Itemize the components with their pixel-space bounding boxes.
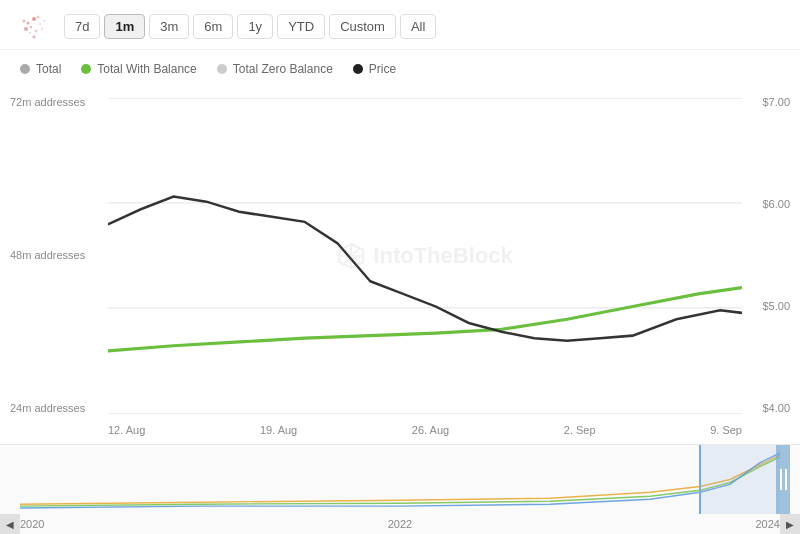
- legend-dot-zero: [217, 64, 227, 74]
- svg-point-5: [24, 27, 28, 31]
- svg-point-7: [29, 32, 31, 34]
- svg-rect-22: [700, 445, 780, 514]
- svg-point-6: [35, 29, 38, 32]
- svg-point-4: [39, 23, 41, 25]
- y-right-3: $5.00: [742, 300, 800, 312]
- minimap-area: 2020 2022 2024 ◀ ▶: [0, 444, 800, 534]
- x-label-2: 26. Aug: [412, 424, 449, 436]
- svg-point-8: [41, 28, 43, 30]
- svg-point-2: [37, 15, 40, 18]
- y-right-1: $7.00: [742, 96, 800, 108]
- minimap-x-2024: 2024: [756, 518, 780, 530]
- svg-rect-24: [776, 445, 790, 514]
- time-btn-6m[interactable]: 6m: [193, 14, 233, 39]
- legend-item-total: Total: [20, 62, 61, 76]
- svg-point-1: [27, 21, 30, 24]
- time-btn-custom[interactable]: Custom: [329, 14, 396, 39]
- svg-point-0: [32, 17, 36, 21]
- y-label-bot: 24m addresses: [0, 402, 108, 414]
- legend: TotalTotal With BalanceTotal Zero Balanc…: [0, 50, 800, 88]
- chart-canvas: IntoTheBlock: [108, 98, 742, 414]
- legend-label-zero: Total Zero Balance: [233, 62, 333, 76]
- time-btn-1m[interactable]: 1m: [104, 14, 145, 39]
- legend-item-price: Price: [353, 62, 396, 76]
- svg-point-9: [23, 19, 26, 22]
- legend-item-zero: Total Zero Balance: [217, 62, 333, 76]
- time-btn-all[interactable]: All: [400, 14, 436, 39]
- legend-dot-price: [353, 64, 363, 74]
- balance-line: [108, 288, 742, 351]
- minimap-svg: [0, 445, 800, 514]
- price-line: [108, 197, 742, 341]
- time-btn-ytd[interactable]: YTD: [277, 14, 325, 39]
- legend-dot-total: [20, 64, 30, 74]
- minimap-x-2022: 2022: [388, 518, 412, 530]
- x-label-0: 12. Aug: [108, 424, 145, 436]
- legend-dot-balance: [81, 64, 91, 74]
- x-label-3: 2. Sep: [564, 424, 596, 436]
- legend-label-total: Total: [36, 62, 61, 76]
- y-right-4: $4.00: [742, 402, 800, 414]
- time-btn-7d[interactable]: 7d: [64, 14, 100, 39]
- time-btn-3m[interactable]: 3m: [149, 14, 189, 39]
- legend-label-balance: Total With Balance: [97, 62, 196, 76]
- svg-point-3: [30, 26, 32, 28]
- y-axis-right: $7.00 $6.00 $5.00 $4.00: [742, 88, 800, 414]
- main-container: 7d1m3m6m1yYTDCustomAll TotalTotal With B…: [0, 0, 800, 534]
- main-chart-area: 72m addresses 48m addresses 24m addresse…: [0, 88, 800, 444]
- time-btn-1y[interactable]: 1y: [237, 14, 273, 39]
- minimap-x-axis: 2020 2022 2024: [20, 514, 780, 534]
- chart-svg: [108, 98, 742, 414]
- y-right-2: $6.00: [742, 198, 800, 210]
- svg-point-10: [43, 20, 45, 22]
- y-axis-left: 72m addresses 48m addresses 24m addresse…: [0, 88, 108, 414]
- scroll-left-button[interactable]: ◀: [0, 514, 20, 534]
- svg-point-11: [33, 35, 36, 38]
- y-label-mid: 48m addresses: [0, 249, 108, 261]
- scroll-right-button[interactable]: ▶: [780, 514, 800, 534]
- legend-label-price: Price: [369, 62, 396, 76]
- x-axis: 12. Aug19. Aug26. Aug2. Sep9. Sep: [108, 416, 742, 444]
- legend-item-balance: Total With Balance: [81, 62, 196, 76]
- y-label-top: 72m addresses: [0, 96, 108, 108]
- minimap-canvas: [0, 445, 800, 514]
- minimap-x-2020: 2020: [20, 518, 44, 530]
- x-label-4: 9. Sep: [710, 424, 742, 436]
- logo: [16, 9, 52, 45]
- x-label-1: 19. Aug: [260, 424, 297, 436]
- toolbar: 7d1m3m6m1yYTDCustomAll: [0, 0, 800, 50]
